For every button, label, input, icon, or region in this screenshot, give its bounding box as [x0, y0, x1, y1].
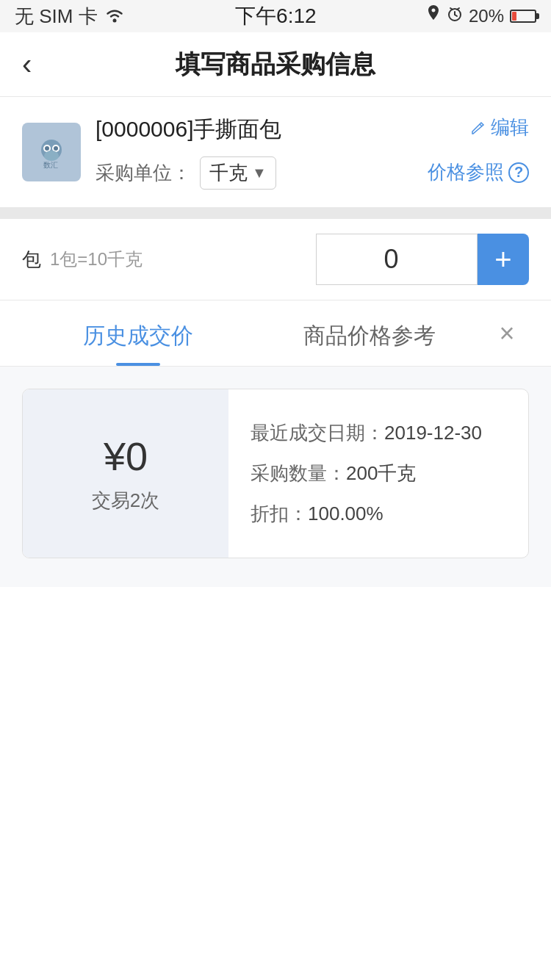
wifi-icon [104, 5, 126, 28]
svg-text:数汇: 数汇 [43, 161, 58, 169]
tabs-section: 历史成交价 商品价格参考 × ¥0 交易2次 最近成交日期：2019-12-30… [0, 300, 551, 587]
price-card-left: ¥0 交易2次 [23, 389, 228, 558]
edit-button[interactable]: 编辑 [470, 115, 529, 140]
quantity-label: 包 1包=10千克 [22, 247, 143, 273]
svg-point-9 [45, 146, 49, 151]
product-info: [0000006]手撕面包 采购单位： 千克 ▼ [96, 115, 428, 190]
svg-line-5 [457, 8, 459, 10]
tab-close-button[interactable]: × [485, 311, 529, 356]
unit-label: 采购单位： [96, 160, 191, 186]
tabs-header: 历史成交价 商品价格参考 × [0, 300, 551, 367]
quantity-row: 采购数量：200千克 [251, 459, 506, 488]
quantity-input-group: + [316, 234, 529, 285]
tab-content-history: ¥0 交易2次 最近成交日期：2019-12-30 采购数量：200千克 折扣：… [0, 367, 551, 587]
page-title: 填写商品采购信息 [176, 48, 375, 82]
recent-date-label: 最近成交日期： [251, 422, 384, 444]
price-main: ¥0 [104, 433, 148, 479]
recent-date-value: 2019-12-30 [384, 422, 482, 444]
status-bar: 无 SIM 卡 下午6:12 20% [0, 0, 551, 32]
quantity-value: 200千克 [346, 462, 416, 484]
svg-point-11 [44, 151, 59, 161]
status-right: 20% [426, 5, 536, 27]
unit-ratio: 1包=10千克 [50, 248, 143, 271]
unit-select[interactable]: 千克 ▼ [200, 156, 276, 190]
discount-label: 折扣： [251, 502, 308, 525]
chevron-down-icon: ▼ [252, 165, 267, 181]
price-card: ¥0 交易2次 最近成交日期：2019-12-30 采购数量：200千克 折扣：… [22, 389, 529, 558]
tab-product-price[interactable]: 商品价格参考 [253, 300, 485, 366]
discount-value: 100.00% [308, 502, 383, 525]
svg-point-10 [54, 146, 58, 151]
main-content [0, 587, 551, 980]
battery-percent: 20% [469, 6, 504, 26]
no-sim-text: 无 SIM 卡 [15, 4, 98, 29]
info-icon: ? [508, 162, 529, 183]
quantity-label-detail: 采购数量： [251, 462, 346, 484]
tab-history-price[interactable]: 历史成交价 [22, 300, 253, 366]
section-divider [0, 207, 551, 219]
svg-point-0 [112, 18, 116, 22]
product-section: 数汇 [0000006]手撕面包 采购单位： 千克 ▼ [0, 97, 551, 207]
battery-icon [510, 10, 536, 23]
price-ref-button[interactable]: 价格参照 ? [428, 159, 529, 185]
svg-line-3 [455, 15, 457, 16]
trade-count: 交易2次 [92, 488, 159, 514]
alarm-icon [447, 6, 463, 26]
discount-row: 折扣：100.00% [251, 500, 506, 528]
price-card-right: 最近成交日期：2019-12-30 采购数量：200千克 折扣：100.00% [228, 389, 528, 558]
back-button[interactable]: ‹ [15, 40, 39, 88]
nav-bar: ‹ 填写商品采购信息 [0, 32, 551, 97]
product-logo: 数汇 [22, 123, 81, 181]
product-name: [0000006]手撕面包 [96, 115, 428, 145]
unit-value: 千克 [209, 160, 248, 186]
recent-date-row: 最近成交日期：2019-12-30 [251, 419, 506, 447]
quantity-input[interactable] [316, 234, 478, 285]
location-icon [426, 5, 441, 27]
quantity-plus-button[interactable]: + [478, 234, 529, 285]
product-actions: 编辑 价格参照 ? [428, 115, 529, 185]
status-left: 无 SIM 卡 [15, 4, 126, 29]
status-time: 下午6:12 [235, 2, 317, 30]
unit-name: 包 [22, 247, 41, 273]
svg-line-4 [450, 8, 453, 10]
quantity-section: 包 1包=10千克 + [0, 219, 551, 300]
